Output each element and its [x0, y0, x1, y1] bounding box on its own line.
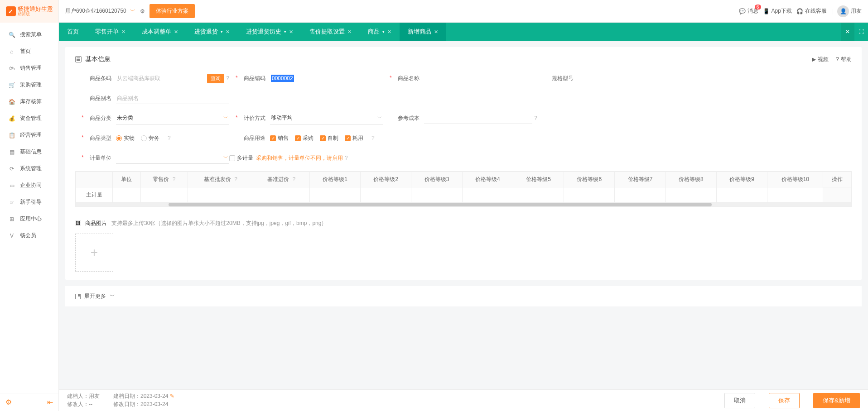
- code-label: 商品编码: [229, 75, 270, 82]
- refcost-input[interactable]: [424, 113, 532, 124]
- tenant-selector[interactable]: 用户690企业1660120750 ﹀: [65, 7, 135, 15]
- sidebar-item-7[interactable]: ▤基础信息: [0, 143, 58, 160]
- usage-chk-purchase[interactable]: ✓采购: [295, 134, 313, 142]
- settings-gear-icon[interactable]: ⚙: [5, 398, 12, 406]
- price-cell[interactable]: [823, 187, 851, 203]
- price-cell[interactable]: [309, 187, 360, 203]
- tab-4[interactable]: 进货退货历史▾✕: [238, 23, 301, 41]
- spec-input[interactable]: [578, 73, 691, 84]
- price-cell[interactable]: [411, 187, 462, 203]
- price-col-header: 价格等级2: [361, 172, 411, 187]
- price-cell[interactable]: [564, 187, 615, 203]
- price-cell[interactable]: [665, 187, 716, 203]
- code-input[interactable]: 0000002: [270, 73, 383, 84]
- sidebar-item-5[interactable]: 💰资金管理: [0, 110, 58, 127]
- type-radio-group: 实物 劳务 ?: [116, 134, 171, 142]
- sidebar-item-8[interactable]: ⟳系统管理: [0, 160, 58, 177]
- tab-close-icon[interactable]: ✕: [387, 29, 391, 35]
- try-industry-button[interactable]: 体验行业方案: [149, 4, 195, 18]
- help-icon[interactable]: ?: [534, 115, 537, 121]
- price-cell[interactable]: [361, 187, 411, 203]
- tab-close-icon[interactable]: ✕: [434, 29, 438, 35]
- tab-3[interactable]: 进货退货▾✕: [186, 23, 238, 41]
- price-cell[interactable]: [113, 187, 140, 203]
- help-icon[interactable]: ?: [371, 135, 375, 141]
- unit-select[interactable]: ﹀: [116, 152, 229, 164]
- tab-close-icon[interactable]: ✕: [174, 29, 178, 35]
- help-link[interactable]: ? 帮助: [836, 56, 852, 63]
- add-image-button[interactable]: +: [75, 234, 113, 272]
- tabs-fullscreen-icon[interactable]: ⛶: [854, 23, 868, 41]
- sidebar-item-label: 采购管理: [20, 81, 42, 89]
- price-cell[interactable]: [140, 187, 188, 203]
- edit-date-icon[interactable]: ✎: [170, 393, 174, 399]
- tab-close-icon[interactable]: ✕: [347, 29, 352, 35]
- tab-0[interactable]: 首页: [59, 23, 87, 41]
- sidebar-item-10[interactable]: ☞新手引导: [0, 194, 58, 210]
- save-and-new-button[interactable]: 保存&新增: [813, 393, 860, 408]
- price-cell[interactable]: [253, 187, 309, 203]
- type-radio-physical[interactable]: 实物: [116, 134, 135, 142]
- save-button[interactable]: 保存: [769, 393, 800, 408]
- help-icon[interactable]: ?: [173, 176, 176, 182]
- multi-unit-checkbox[interactable]: 多计量: [229, 154, 253, 162]
- help-icon[interactable]: ?: [226, 75, 229, 81]
- refcost-label: 参考成本: [383, 115, 424, 122]
- tab-close-icon[interactable]: ✕: [289, 29, 293, 35]
- tab-5[interactable]: 售价提取设置✕: [301, 23, 360, 41]
- category-select[interactable]: 未分类 ﹀: [116, 112, 229, 124]
- usage-chk-sale[interactable]: ✓销售: [270, 134, 289, 142]
- price-cell[interactable]: [767, 187, 823, 203]
- price-cell[interactable]: [716, 187, 767, 203]
- help-icon[interactable]: ?: [345, 155, 348, 161]
- sidebar-item-2[interactable]: 🛍销售管理: [0, 60, 58, 76]
- sidebar-item-9[interactable]: ▭企业协同: [0, 177, 58, 194]
- sidebar-item-4[interactable]: 🏠库存核算: [0, 93, 58, 110]
- account-menu[interactable]: 👤 用友: [837, 5, 862, 17]
- tab-2[interactable]: 成本调整单✕: [134, 23, 186, 41]
- help-icon[interactable]: ?: [293, 176, 296, 182]
- sidebar-item-11[interactable]: ⊞应用中心: [0, 210, 58, 227]
- price-cell[interactable]: [462, 187, 513, 203]
- price-col-header: 价格等级8: [665, 172, 716, 187]
- tab-close-icon[interactable]: ✕: [121, 29, 125, 35]
- price-table: 单位零售价 ?基准批发价 ?基准进价 ?价格等级1价格等级2价格等级3价格等级4…: [75, 171, 852, 207]
- sidebar-item-label: 应用中心: [20, 215, 42, 223]
- price-cell[interactable]: [188, 187, 253, 203]
- support-link[interactable]: 🎧 在线客服: [796, 7, 827, 15]
- tab-6[interactable]: 商品▾✕: [360, 23, 400, 41]
- barcode-input[interactable]: [116, 73, 205, 84]
- sidebar-item-1[interactable]: ⌂首页: [0, 43, 58, 60]
- name-input[interactable]: [424, 73, 537, 84]
- tabs-close-all-icon[interactable]: ✕: [841, 23, 854, 41]
- usage-chk-consume[interactable]: ✓耗用: [345, 134, 363, 142]
- tab-close-icon[interactable]: ✕: [226, 29, 230, 35]
- barcode-query-button[interactable]: 查询: [207, 74, 224, 83]
- table-scrollbar[interactable]: [76, 203, 851, 206]
- usage-chk-make[interactable]: ✓自制: [320, 134, 338, 142]
- tab-7[interactable]: 新增商品✕: [400, 23, 446, 41]
- tenant-settings-icon[interactable]: ⚙: [140, 8, 145, 14]
- sidebar-item-12[interactable]: V畅会员: [0, 227, 58, 244]
- panel-title: 基本信息: [85, 55, 111, 63]
- guide-icon: ☞: [8, 199, 15, 206]
- sidebar-item-0[interactable]: 🔍搜索菜单: [0, 26, 58, 43]
- chevron-down-icon: ﹀: [223, 154, 228, 161]
- help-icon[interactable]: ?: [234, 176, 237, 182]
- sidebar-item-6[interactable]: 📋经营管理: [0, 127, 58, 143]
- app-download-link[interactable]: 📱 App下载: [763, 7, 792, 15]
- sidebar-item-3[interactable]: 🛒采购管理: [0, 76, 58, 93]
- sidebar-collapse-icon[interactable]: ⇤: [47, 398, 53, 406]
- pricing-select[interactable]: 移动平均 ﹀: [270, 112, 383, 124]
- price-cell[interactable]: [513, 187, 564, 203]
- cancel-button[interactable]: 取消: [724, 393, 755, 408]
- type-radio-service[interactable]: 劳务: [141, 134, 159, 142]
- messages-link[interactable]: 💬 消息 6: [739, 7, 758, 15]
- alias-input[interactable]: [116, 93, 229, 104]
- sidebar-item-label: 库存核算: [20, 98, 42, 105]
- price-cell[interactable]: [615, 187, 665, 203]
- video-link[interactable]: ▶ 视频: [812, 56, 829, 63]
- help-icon[interactable]: ?: [168, 135, 171, 141]
- tab-1[interactable]: 零售开单✕: [87, 23, 134, 41]
- expand-more[interactable]: 展开更多 ﹀: [65, 286, 862, 306]
